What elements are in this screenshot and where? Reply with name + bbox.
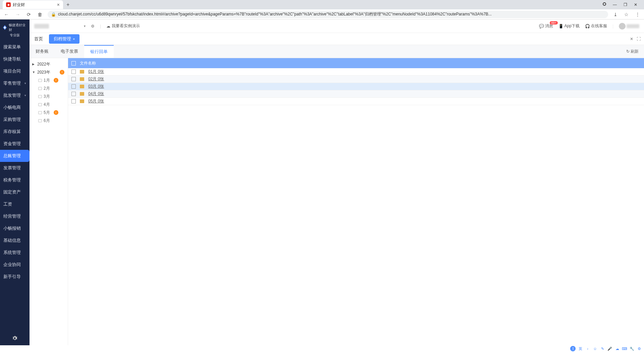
menu-kebab-icon[interactable]: ⋮ <box>634 12 641 17</box>
install-app-icon[interactable]: ⤓ <box>612 12 619 17</box>
close-all-tabs-icon[interactable]: ✕ <box>630 37 633 41</box>
sidebar-item-7[interactable]: 库存核算 <box>0 126 30 138</box>
user-menu[interactable] <box>619 23 639 30</box>
refresh-icon: ↻ <box>626 49 630 54</box>
sidebar-item-0[interactable]: 搜索菜单 <box>0 41 30 53</box>
tree-month-0[interactable]: 1月! <box>30 76 68 84</box>
refresh-button[interactable]: ↻ 刷新 <box>626 49 644 54</box>
account-icon[interactable] <box>603 2 606 6</box>
sidebar-item-18[interactable]: 企业协同 <box>0 259 30 271</box>
close-icon[interactable]: × <box>73 37 75 41</box>
sidebar-item-label: 批发管理 <box>3 92 21 98</box>
file-link[interactable]: 02月 0张 <box>88 76 104 82</box>
support-button[interactable]: 🎧 在线客服 <box>585 23 607 29</box>
sidebar-settings-button[interactable] <box>0 332 30 345</box>
table-row[interactable]: 04月 0张 <box>68 90 644 98</box>
sidebar-item-2[interactable]: 项目合同 <box>0 65 30 77</box>
sidebar-item-label: 总账管理 <box>3 153 21 159</box>
alert-badge-icon: ! <box>54 78 58 83</box>
sidebar-item-8[interactable]: 资金管理 <box>0 138 30 150</box>
sidebar-item-16[interactable]: 基础信息 <box>0 234 30 247</box>
table-row[interactable]: 03月 0张 <box>68 83 644 90</box>
sidebar-item-1[interactable]: 快捷导航 <box>0 53 30 65</box>
avatar-icon <box>619 23 626 30</box>
nav-forward-icon[interactable]: → <box>14 12 21 17</box>
demo-link[interactable]: ☁ 我要看实例演示 <box>106 23 140 29</box>
tree-month-2[interactable]: 3月 <box>30 92 68 100</box>
window-close-icon[interactable]: ✕ <box>634 2 637 7</box>
sub-tab-label: 银行回单 <box>90 49 108 54</box>
page-tab-home[interactable]: 首页 <box>30 33 48 45</box>
file-link[interactable]: 05月 0张 <box>88 98 104 104</box>
page-tab-label: 首页 <box>34 36 43 42</box>
window-controls: — ❐ ✕ <box>603 2 641 7</box>
tree-month-1[interactable]: 2月 <box>30 84 68 92</box>
new-tab-button[interactable]: + <box>66 2 69 8</box>
sidebar-item-6[interactable]: 采购管理 <box>0 114 30 126</box>
sub-tabs: 财务账 电子发票 银行回单 ↻ 刷新 <box>30 45 644 58</box>
sidebar-item-9[interactable]: 总账管理 <box>0 150 30 162</box>
sidebar-item-11[interactable]: 税务管理 <box>0 174 30 186</box>
fullscreen-icon[interactable]: ⛶ <box>637 37 641 41</box>
sidebar-item-label: 小畅电商 <box>3 104 21 111</box>
tree-month-5[interactable]: 6月 <box>30 117 68 125</box>
app-download-button[interactable]: 📱 App下载 <box>558 23 580 29</box>
file-link[interactable]: 04月 0张 <box>88 91 104 97</box>
table-row[interactable]: 02月 0张 <box>68 76 644 83</box>
page-tab-archive[interactable]: 归档管理 × <box>49 34 79 44</box>
sub-tab-bank[interactable]: 银行回单 <box>84 45 114 58</box>
sidebar: 畅捷通好业财 专业版 搜索菜单快捷导航项目合同零售管理▾批发管理▾小畅电商采购管… <box>0 19 30 345</box>
file-link[interactable]: 01月 0张 <box>88 69 104 75</box>
nav-reload-icon[interactable]: ⟳ <box>25 12 32 17</box>
row-checkbox[interactable] <box>71 92 76 96</box>
row-checkbox[interactable] <box>71 84 76 89</box>
messages-button[interactable]: 💬 消息 99+ <box>539 23 553 29</box>
sidebar-item-label: 系统管理 <box>3 250 21 256</box>
tree-month-4[interactable]: 5月! <box>30 108 68 117</box>
row-checkbox[interactable] <box>71 99 76 103</box>
browser-tab-active[interactable]: ◆ 好业财 × <box>3 0 63 9</box>
tree-month-3[interactable]: 4月 <box>30 100 68 108</box>
window-minimize-icon[interactable]: — <box>613 2 617 7</box>
org-settings-icon[interactable]: ⚙ <box>91 24 95 29</box>
tree-node-2022[interactable]: ▶ 2022年 <box>30 60 68 68</box>
logo-icon <box>2 25 8 31</box>
sidebar-item-17[interactable]: 系统管理 <box>0 247 30 259</box>
sidebar-item-label: 经营管理 <box>3 213 21 219</box>
sidebar-item-5[interactable]: 小畅电商 <box>0 101 30 114</box>
sidebar-item-14[interactable]: 经营管理 <box>0 210 30 222</box>
mobile-icon: 📱 <box>558 24 564 29</box>
sidebar-item-15[interactable]: 小畅报销 <box>0 222 30 234</box>
window-maximize-icon[interactable]: ❐ <box>624 2 627 7</box>
sub-tab-einvoice[interactable]: 电子发票 <box>55 45 84 57</box>
row-checkbox[interactable] <box>71 77 76 81</box>
address-bar[interactable]: 🔒 cloud.chanjet.com/cc/u6d89qwnryel/57bf… <box>48 11 608 18</box>
sub-tab-finance[interactable]: 财务账 <box>30 45 55 57</box>
chevron-down-icon: ▾ <box>24 94 26 97</box>
nav-back-icon[interactable]: ← <box>3 12 10 17</box>
sidebar-item-label: 项目合同 <box>3 68 21 74</box>
folder-icon <box>38 95 42 98</box>
sidebar-item-12[interactable]: 固定资产 <box>0 186 30 198</box>
select-all-checkbox[interactable] <box>71 61 76 65</box>
sidebar-item-13[interactable]: 工资 <box>0 198 30 210</box>
sidebar-item-10[interactable]: 发票管理 <box>0 162 30 174</box>
chevron-right-icon: ▶ <box>32 62 36 66</box>
sidebar-item-19[interactable]: 新手引导 <box>0 271 30 283</box>
tree-month-label: 1月 <box>44 78 50 83</box>
star-icon[interactable]: ☆ <box>623 12 630 17</box>
sidebar-item-4[interactable]: 批发管理▾ <box>0 89 30 101</box>
org-selector[interactable]: ▾ ⚙ <box>34 24 95 29</box>
table-row[interactable]: 01月 0张 <box>68 68 644 76</box>
row-checkbox[interactable] <box>71 70 76 74</box>
table-row[interactable]: 05月 0张 <box>68 98 644 105</box>
file-link[interactable]: 03月 0张 <box>88 84 104 89</box>
folder-icon <box>38 79 42 82</box>
nav-trash-icon[interactable]: 🗑 <box>36 12 44 17</box>
folder-icon <box>38 87 42 90</box>
tree-node-2023[interactable]: ▼ 2023年 ! <box>30 68 68 76</box>
sidebar-item-3[interactable]: 零售管理▾ <box>0 77 30 89</box>
chat-icon: 💬 <box>539 24 544 29</box>
user-name-obscured <box>627 24 639 28</box>
tab-close-icon[interactable]: × <box>57 2 60 7</box>
